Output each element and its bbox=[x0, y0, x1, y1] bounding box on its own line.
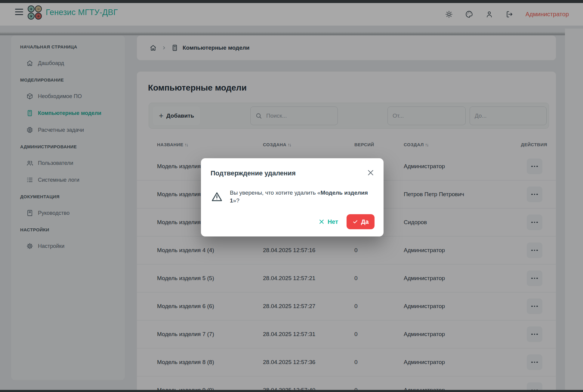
dialog-footer: Нет Да bbox=[319, 214, 375, 229]
delete-confirmation-dialog: Подтверждение удаления Вы уверены, что х… bbox=[201, 158, 384, 236]
yes-button[interactable]: Да bbox=[347, 214, 375, 229]
no-button[interactable]: Нет bbox=[319, 218, 338, 225]
dialog-title: Подтверждение удаления bbox=[211, 169, 296, 177]
dialog-body: Вы уверены, что хотите удалить «Модель и… bbox=[211, 189, 375, 204]
warning-triangle-icon bbox=[211, 191, 223, 203]
x-icon bbox=[319, 219, 325, 225]
check-icon bbox=[352, 219, 358, 225]
close-icon[interactable] bbox=[366, 168, 375, 177]
dialog-message: Вы уверены, что хотите удалить «Модель и… bbox=[230, 189, 375, 204]
